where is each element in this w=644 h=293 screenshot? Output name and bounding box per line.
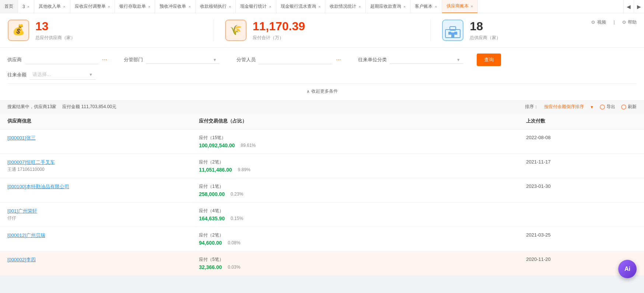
supplier-contact: 王通 17106110000 bbox=[7, 166, 199, 173]
payable-total-label: 应付合计（万） bbox=[253, 35, 305, 41]
total-suppliers-label: 总供应商（家） bbox=[470, 35, 501, 41]
nav-tab-other-income[interactable]: 其他收入单 × bbox=[34, 0, 70, 13]
close-icon[interactable]: × bbox=[358, 4, 361, 9]
last-pay-cell bbox=[526, 208, 637, 221]
close-icon[interactable]: × bbox=[188, 4, 190, 9]
supplier-code-link[interactable]: [000012]广州贝瑞 bbox=[7, 232, 199, 239]
payable-suppliers-number: 13 bbox=[35, 20, 75, 33]
supplier-info-cell: [001]广州荣轩 仔仔 bbox=[7, 208, 199, 221]
stat-content-payable-total: 11,170.39 应付合计（万） bbox=[253, 20, 305, 41]
person-filter-more[interactable]: ··· bbox=[336, 56, 341, 63]
nav-tab-adjustment[interactable]: 应收应付调整单 × bbox=[70, 0, 115, 13]
refresh-icon bbox=[621, 104, 626, 110]
data-table: 供应商信息 应付交易信息（占比） 上次付数 [000001]张三 应付（15笔）… bbox=[0, 113, 644, 276]
nav-tab-bank-deposit[interactable]: 银行存取款单 × bbox=[115, 0, 155, 13]
sort-chevron-down-icon: ▼ bbox=[590, 105, 594, 109]
result-tools: 排序： 按应付余额倒序排序 ▼ 导出 刷新 bbox=[525, 104, 637, 110]
supplier-info-cell: [000012]广州贝瑞 bbox=[7, 232, 199, 246]
close-icon[interactable]: × bbox=[148, 4, 150, 9]
svg-text:💰: 💰 bbox=[12, 24, 25, 36]
nav-scroll-right[interactable]: ▶ bbox=[634, 0, 644, 13]
supplier-code-link[interactable]: [001]广州荣轩 bbox=[7, 208, 199, 214]
close-icon[interactable]: × bbox=[435, 4, 437, 9]
nav-scroll-left[interactable]: ◀ bbox=[623, 0, 634, 13]
filter-supplier: 供应商 ··· bbox=[7, 55, 107, 64]
export-button[interactable]: 导出 bbox=[600, 104, 615, 110]
close-icon[interactable]: × bbox=[269, 4, 271, 9]
trans-amount-link[interactable]: 94,600.00 bbox=[199, 240, 222, 246]
supplier-code-link[interactable]: [000001]张三 bbox=[7, 135, 199, 141]
nav-tab-cash-stats[interactable]: 现金银行统计 × bbox=[236, 0, 276, 13]
supplier-code-link[interactable]: [000002]李四 bbox=[7, 256, 199, 263]
supplier-filter-more[interactable]: ··· bbox=[102, 56, 107, 63]
collapse-filter-button[interactable]: ∧ 收起更多条件 bbox=[307, 86, 338, 97]
nav-tab-cash-flow[interactable]: 现金银行流水查询 × bbox=[276, 0, 325, 13]
last-pay-cell: 2022-08-08 bbox=[526, 135, 637, 148]
dept-chevron-down-icon: ▼ bbox=[213, 58, 217, 62]
ai-assistant-button[interactable]: Ai bbox=[618, 260, 637, 278]
last-pay-cell: 2021-11-17 bbox=[526, 159, 637, 173]
filter-category: 往来单位分类 ▼ bbox=[358, 56, 463, 64]
supplier-code-link[interactable]: [000100]本特勤油品有限公司 bbox=[7, 183, 199, 190]
supplier-contact: 仔仔 bbox=[7, 215, 199, 221]
result-info: 搜索结果中，供应商13家 应付金额 111,703,854.00元 bbox=[7, 104, 116, 110]
chevron-up-icon: ∧ bbox=[307, 89, 310, 94]
balance-chevron-down-icon: ▼ bbox=[89, 72, 93, 77]
nav-tab-supplier-ledger[interactable]: 供应商账本 × bbox=[442, 0, 478, 13]
supplier-filter-input[interactable] bbox=[25, 55, 98, 64]
trans-amount-link[interactable]: 32,366.00 bbox=[199, 264, 222, 270]
trans-amount-link[interactable]: 100,092,540.00 bbox=[199, 142, 235, 148]
balance-filter-select[interactable]: 请选择... ▼ bbox=[29, 70, 96, 80]
help-tool[interactable]: ⊙ 帮助 bbox=[622, 19, 637, 25]
video-tool[interactable]: ⊙ 视频 bbox=[591, 19, 606, 25]
filter-balance: 往来余额 请选择... ▼ bbox=[7, 70, 96, 80]
nav-scroll-arrows: ◀ ▶ bbox=[623, 0, 644, 13]
dept-filter-label: 分管部门 bbox=[124, 56, 143, 63]
export-icon bbox=[600, 104, 605, 110]
trans-amount-link[interactable]: 164,635.90 bbox=[199, 216, 225, 221]
nav-tab-payment-stats[interactable]: 收款情况统计 × bbox=[325, 0, 365, 13]
result-bar: 搜索结果中，供应商13家 应付金额 111,703,854.00元 排序： 按应… bbox=[0, 101, 644, 113]
header-tools: ⊙ 视频 ｜ ⊙ 帮助 bbox=[591, 19, 637, 25]
nav-tab-3[interactable]: 3 × bbox=[18, 0, 34, 13]
table-row: [000007]恒旺二手叉车 王通 17106110000 应付（2笔） 11,… bbox=[0, 154, 644, 178]
nav-tab-customer-ledger[interactable]: 客户账本 × bbox=[410, 0, 442, 13]
close-icon[interactable]: × bbox=[108, 4, 110, 9]
trans-percent: 9.89% bbox=[238, 167, 251, 172]
person-filter-input[interactable] bbox=[259, 55, 332, 64]
refresh-button[interactable]: 刷新 bbox=[621, 104, 637, 110]
nav-tab-payment-verify[interactable]: 收款核销执行 × bbox=[196, 0, 236, 13]
category-filter-select[interactable]: ▼ bbox=[390, 56, 463, 64]
dept-filter-select[interactable]: ▼ bbox=[146, 56, 220, 64]
supplier-code-link[interactable]: [000007]恒旺二手叉车 bbox=[7, 159, 199, 166]
sort-select[interactable]: 按应付余额倒序排序 bbox=[544, 104, 584, 110]
query-button[interactable]: 查询 bbox=[477, 54, 501, 66]
nav-tab-advance-payment[interactable]: 预收冲应收单 × bbox=[155, 0, 195, 13]
payable-suppliers-label: 总应付供应商（家） bbox=[35, 35, 75, 41]
nav-tab-home[interactable]: 首页 bbox=[0, 0, 18, 13]
person-filter-label: 分管人员 bbox=[237, 56, 256, 63]
trans-row: 164,635.90 0.15% bbox=[199, 216, 526, 221]
close-icon[interactable]: × bbox=[471, 4, 473, 8]
stat-block-payable-total: 🌾 11,170.39 应付合计（万） bbox=[225, 19, 420, 41]
trans-label: 应付（5笔） bbox=[199, 256, 526, 263]
close-icon[interactable]: × bbox=[318, 4, 321, 9]
close-icon[interactable]: × bbox=[229, 4, 231, 9]
trans-row: 32,366.00 0.03% bbox=[199, 264, 526, 270]
close-icon[interactable]: × bbox=[63, 4, 65, 9]
trans-label: 应付（2笔） bbox=[199, 232, 526, 238]
supplier-info-cell: [000007]恒旺二手叉车 王通 17106110000 bbox=[7, 159, 199, 173]
last-pay-cell: 2021-03-25 bbox=[526, 232, 637, 246]
table-row: [000001]张三 应付（15笔） 100,092,540.00 89.61%… bbox=[0, 130, 644, 154]
table-row: [001]广州荣轩 仔仔 应付（4笔） 164,635.90 0.15% bbox=[0, 203, 644, 227]
close-icon[interactable]: × bbox=[27, 4, 29, 9]
play-icon: ⊙ bbox=[591, 20, 595, 25]
svg-text:🌾: 🌾 bbox=[230, 24, 242, 36]
trans-label: 应付（15笔） bbox=[199, 135, 526, 141]
filter-person: 分管人员 ··· bbox=[237, 55, 341, 64]
result-supplier-count: 搜索结果中，供应商13家 bbox=[7, 104, 56, 110]
trans-amount-link[interactable]: 258,000.00 bbox=[199, 191, 225, 197]
trans-amount-link[interactable]: 11,051,486.00 bbox=[199, 167, 232, 173]
nav-tab-overdue-query[interactable]: 超期应收款查询 × bbox=[366, 0, 410, 13]
close-icon[interactable]: × bbox=[403, 4, 406, 9]
